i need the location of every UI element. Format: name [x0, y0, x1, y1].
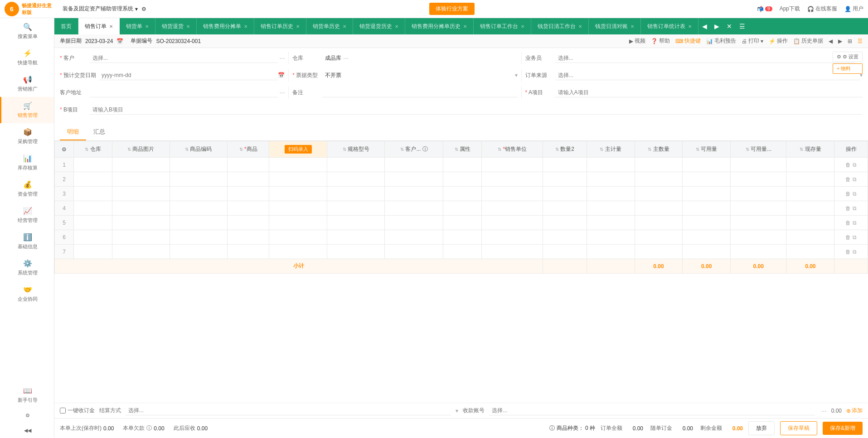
sidebar-item-search[interactable]: 🔍 搜索菜单 — [0, 18, 54, 44]
tab-sales-return[interactable]: 销货退货 ✕ — [155, 18, 197, 34]
tab-sales-order[interactable]: 销售订单 ✕ — [78, 18, 120, 34]
history-btn[interactable]: 📋 历史单据 — [793, 37, 823, 45]
shortcut-btn[interactable]: ⌨ 快捷键 — [675, 37, 701, 45]
project-a-input[interactable] — [555, 88, 863, 97]
tab-home[interactable]: 首页 — [54, 18, 78, 34]
col-customer-code[interactable]: ⇅ 客户... ⓘ — [385, 141, 443, 158]
copy-icon[interactable]: ⧉ — [853, 220, 857, 226]
table-cell[interactable] — [482, 245, 543, 259]
table-cell[interactable] — [443, 216, 482, 230]
sidebar-item-system[interactable]: ⚙️ 系统管理 — [0, 255, 54, 281]
tab-close-expense-history[interactable]: ✕ — [463, 24, 467, 29]
scan-btn[interactable]: 扫码录入 — [285, 145, 312, 154]
table-cell[interactable] — [112, 216, 170, 230]
tab-close-sales-bill-history[interactable]: ✕ — [343, 24, 346, 29]
sidebar-item-sales[interactable]: 🛒 销售管理 — [0, 97, 54, 123]
sidebar-collapse-btn[interactable]: ◀◀ — [0, 423, 54, 438]
table-cell[interactable] — [683, 245, 731, 259]
table-cell[interactable] — [327, 245, 385, 259]
col-product[interactable]: ⇅ *商品 — [227, 141, 269, 158]
table-cell[interactable] — [443, 158, 482, 172]
table-cell[interactable] — [443, 172, 482, 187]
table-cell[interactable] — [731, 245, 786, 259]
delete-icon[interactable]: 🗑 — [845, 220, 851, 226]
table-cell[interactable] — [227, 216, 269, 230]
table-cell[interactable] — [170, 172, 227, 187]
table-cell[interactable] — [385, 187, 443, 201]
notification-icon[interactable]: 📬 9 — [757, 6, 772, 12]
table-cell[interactable] — [587, 187, 635, 201]
help-btn[interactable]: ❓ 帮助 — [651, 37, 670, 45]
table-cell[interactable] — [385, 158, 443, 172]
table-cell[interactable] — [786, 201, 834, 216]
table-cell[interactable] — [269, 245, 327, 259]
table-cell[interactable] — [543, 230, 587, 245]
tab-close-stats[interactable]: ✕ — [688, 24, 692, 29]
copy-icon[interactable]: ⧉ — [853, 249, 857, 255]
tab-menu-btn[interactable]: ☰ — [736, 23, 749, 30]
tab-sales-bill[interactable]: 销货单 ✕ — [120, 18, 155, 34]
col-code[interactable]: ⇅ 商品编码 — [170, 141, 227, 158]
table-cell[interactable] — [385, 201, 443, 216]
nav-next-icon[interactable]: ▶ — [838, 38, 842, 44]
one-click-payment-checkbox[interactable] — [60, 408, 66, 414]
col-scan[interactable]: 扫码录入 — [269, 141, 327, 158]
col-qty2[interactable]: ⇅ 数量2 — [543, 141, 587, 158]
table-cell[interactable] — [731, 216, 786, 230]
table-cell[interactable] — [543, 158, 587, 172]
col-image[interactable]: ⇅ 商品图片 — [112, 141, 170, 158]
customer-addr-more-icon[interactable]: ··· — [280, 89, 285, 96]
col-spec[interactable]: ⇅ 规格型号 — [327, 141, 385, 158]
table-cell[interactable] — [683, 172, 731, 187]
table-cell[interactable] — [74, 245, 112, 259]
project-b-input[interactable] — [90, 105, 863, 115]
warehouse-more-icon[interactable]: ··· — [343, 54, 349, 62]
delivery-date-input[interactable] — [99, 71, 278, 80]
pay-method-input[interactable] — [126, 406, 451, 415]
table-cell[interactable] — [786, 187, 834, 201]
table-cell[interactable] — [385, 230, 443, 245]
bank-input[interactable] — [489, 406, 815, 415]
settings-gear-icon[interactable]: ⚙ — [141, 6, 146, 12]
system-name-dropdown[interactable]: 装备及固定资产辅助管理系统 ▾ — [63, 5, 138, 13]
table-cell[interactable] — [635, 230, 683, 245]
tab-detail[interactable]: 明细 — [60, 124, 86, 140]
nav-prev-icon[interactable]: ◀ — [829, 38, 833, 44]
calendar-icon[interactable]: 📅 — [116, 38, 123, 44]
table-cell[interactable] — [543, 187, 587, 201]
tab-close-return-history[interactable]: ✕ — [395, 24, 398, 29]
profit-btn[interactable]: 📊 毛利预告 — [706, 37, 736, 45]
sidebar-item-marketing[interactable]: 📢 营销推广 — [0, 71, 54, 97]
table-cell[interactable] — [327, 187, 385, 201]
material-btn[interactable]: + 物料 — [833, 63, 863, 74]
table-cell[interactable] — [170, 245, 227, 259]
table-cell[interactable] — [731, 201, 786, 216]
table-cell[interactable] — [269, 172, 327, 187]
staff-input[interactable] — [555, 53, 856, 63]
grid-view-icon[interactable]: ⊞ — [848, 38, 852, 44]
delivery-date-calendar-icon[interactable]: 📅 — [278, 72, 285, 78]
table-cell[interactable] — [327, 201, 385, 216]
copy-icon[interactable]: ⧉ — [853, 191, 857, 197]
tab-close-workbench[interactable]: ✕ — [521, 24, 524, 29]
tab-workbench[interactable]: 销售订单工作台 ✕ — [474, 18, 531, 34]
table-cell[interactable] — [170, 158, 227, 172]
settings-btn[interactable]: ⚙ ⚙ 设置 — [833, 52, 863, 62]
operate-btn[interactable]: ⚡ 操作 — [769, 37, 788, 45]
table-cell[interactable] — [587, 158, 635, 172]
table-cell[interactable] — [227, 245, 269, 259]
delete-icon[interactable]: 🗑 — [845, 234, 851, 241]
table-cell[interactable] — [385, 172, 443, 187]
table-cell[interactable] — [227, 172, 269, 187]
bank-more-icon[interactable]: ··· — [821, 407, 827, 414]
table-cell[interactable] — [543, 201, 587, 216]
table-cell[interactable] — [587, 216, 635, 230]
sidebar-settings-btn[interactable]: ⚙ — [0, 408, 54, 423]
table-cell[interactable] — [635, 201, 683, 216]
app-download-link[interactable]: App下载 — [780, 5, 800, 13]
online-service-link[interactable]: 🎧 在线客服 — [807, 5, 837, 13]
table-cell[interactable] — [543, 172, 587, 187]
table-cell[interactable] — [482, 216, 543, 230]
table-cell[interactable] — [587, 172, 635, 187]
pay-method-arrow-icon[interactable]: ▾ — [456, 408, 458, 414]
